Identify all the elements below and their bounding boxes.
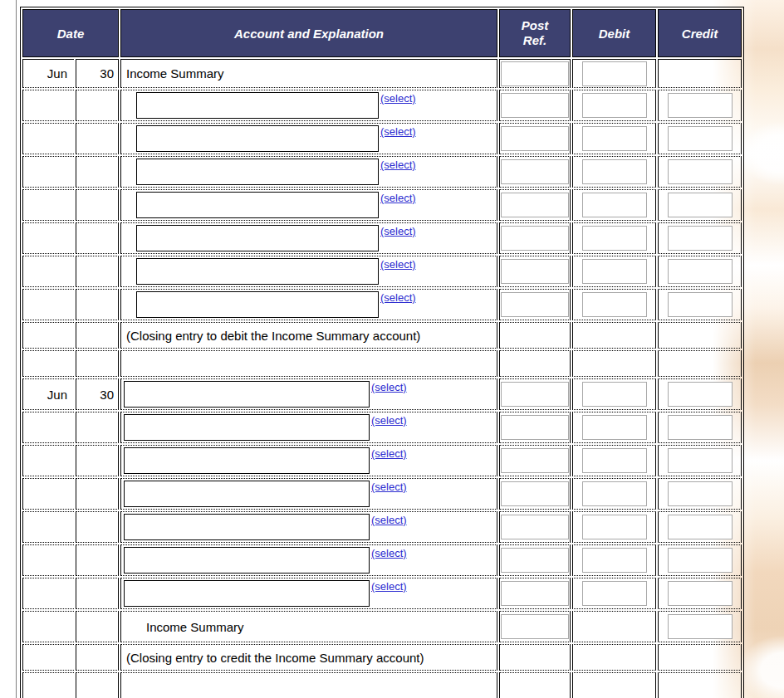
date-day-cell: 30 xyxy=(76,378,119,410)
credit-amount-input[interactable] xyxy=(668,448,733,473)
account-name-input[interactable] xyxy=(136,92,379,119)
date-month-cell xyxy=(22,189,74,221)
account-text-cell: Income Summary xyxy=(120,611,497,642)
debit-amount-input[interactable] xyxy=(582,515,647,539)
credit-amount-input[interactable] xyxy=(668,515,733,539)
select-account-link[interactable]: (select) xyxy=(371,414,407,427)
date-month-cell: Jun xyxy=(22,59,74,88)
debit-amount-input[interactable] xyxy=(582,382,647,407)
account-name-input[interactable] xyxy=(136,159,379,185)
account-name-input[interactable] xyxy=(136,225,379,251)
account-cell: (select) xyxy=(120,289,497,320)
debit-amount-input[interactable] xyxy=(582,159,647,184)
debit-amount-input[interactable] xyxy=(582,481,647,506)
account-name-input[interactable] xyxy=(124,580,370,607)
debit-amount-input[interactable] xyxy=(582,581,647,606)
select-account-link[interactable]: (select) xyxy=(380,192,416,204)
credit-amount-input[interactable] xyxy=(668,159,733,184)
select-account-link[interactable]: (select) xyxy=(371,514,407,526)
debit-amount-input[interactable] xyxy=(582,259,647,284)
post-ref-input[interactable] xyxy=(501,548,569,573)
debit-cell-empty xyxy=(572,322,656,349)
credit-amount-input[interactable] xyxy=(668,226,733,251)
account-name-input[interactable] xyxy=(136,125,379,152)
post-ref-input[interactable] xyxy=(501,193,569,217)
select-account-link[interactable]: (select) xyxy=(380,291,416,304)
account-name-input[interactable] xyxy=(124,514,370,540)
col-header-debit: Debit xyxy=(572,9,656,57)
credit-amount-input[interactable] xyxy=(668,292,733,317)
select-account-link[interactable]: (select) xyxy=(380,92,416,105)
debit-amount-input[interactable] xyxy=(582,226,647,251)
select-account-link[interactable]: (select) xyxy=(371,547,407,559)
post-ref-input[interactable] xyxy=(501,614,569,639)
debit-amount-input[interactable] xyxy=(582,292,647,317)
entry1-select-row: (select) xyxy=(22,90,742,121)
debit-amount-input[interactable] xyxy=(582,193,647,217)
select-account-link[interactable]: (select) xyxy=(380,258,416,271)
credit-amount-input[interactable] xyxy=(668,259,733,284)
debit-amount-input[interactable] xyxy=(582,448,647,473)
account-name-input[interactable] xyxy=(124,381,370,408)
credit-amount-input[interactable] xyxy=(668,548,733,573)
debit-cell xyxy=(572,123,656,154)
debit-cell xyxy=(572,59,656,88)
post-ref-input[interactable] xyxy=(501,93,569,118)
debit-amount-input[interactable] xyxy=(582,415,647,440)
postref-cell xyxy=(499,289,571,320)
entry2-explanation-row: (Closing entry to credit the Income Summ… xyxy=(22,644,742,671)
account-name-input[interactable] xyxy=(124,447,370,474)
select-account-link[interactable]: (select) xyxy=(371,481,407,493)
select-account-link[interactable]: (select) xyxy=(371,447,407,460)
post-ref-input[interactable] xyxy=(501,159,569,184)
post-ref-input[interactable] xyxy=(501,61,569,86)
select-account-link[interactable]: (select) xyxy=(380,125,416,138)
credit-amount-input[interactable] xyxy=(668,415,733,440)
credit-amount-input[interactable] xyxy=(668,126,733,151)
entry1-select-row: (select) xyxy=(22,156,742,188)
post-ref-input[interactable] xyxy=(501,415,569,440)
debit-cell-empty xyxy=(572,672,656,698)
credit-amount-input[interactable] xyxy=(668,93,733,118)
credit-amount-input[interactable] xyxy=(668,382,733,407)
account-name-input[interactable] xyxy=(124,547,370,574)
account-name-input[interactable] xyxy=(136,258,379,285)
credit-amount-input[interactable] xyxy=(668,481,733,506)
account-name-input[interactable] xyxy=(136,192,379,218)
select-account-link[interactable]: (select) xyxy=(380,225,416,237)
post-ref-input[interactable] xyxy=(501,292,569,317)
account-name-input[interactable] xyxy=(136,291,379,318)
debit-amount-input[interactable] xyxy=(582,126,647,151)
date-day-cell xyxy=(76,445,119,476)
date-day-cell xyxy=(76,322,119,349)
post-ref-input[interactable] xyxy=(501,259,569,284)
credit-amount-input[interactable] xyxy=(668,581,733,606)
debit-cell xyxy=(572,445,656,476)
account-name-input[interactable] xyxy=(124,414,370,441)
account-cell: (select) xyxy=(120,156,497,188)
credit-cell xyxy=(658,378,742,410)
post-ref-input[interactable] xyxy=(501,515,569,539)
select-account-link[interactable]: (select) xyxy=(371,381,407,393)
select-account-link[interactable]: (select) xyxy=(371,580,407,593)
post-ref-input[interactable] xyxy=(501,448,569,473)
account-cell: (select) xyxy=(120,511,497,543)
entry1-select-row: (select) xyxy=(22,189,742,221)
post-ref-input[interactable] xyxy=(501,581,569,606)
post-ref-input[interactable] xyxy=(501,126,569,151)
postref-cell xyxy=(499,478,571,510)
post-ref-input[interactable] xyxy=(501,382,569,407)
col-header-postref: Post Ref. xyxy=(499,9,571,57)
debit-amount-input[interactable] xyxy=(582,93,647,118)
debit-amount-input[interactable] xyxy=(582,548,647,573)
post-ref-input[interactable] xyxy=(501,481,569,506)
entry1-select-row: (select) xyxy=(22,123,742,154)
post-ref-input[interactable] xyxy=(501,226,569,251)
postref-cell xyxy=(499,578,571,609)
debit-amount-input[interactable] xyxy=(582,61,647,86)
credit-amount-input[interactable] xyxy=(668,193,733,217)
select-account-link[interactable]: (select) xyxy=(380,159,416,171)
date-month-cell xyxy=(22,90,74,121)
credit-amount-input[interactable] xyxy=(668,614,733,639)
account-name-input[interactable] xyxy=(124,481,370,507)
